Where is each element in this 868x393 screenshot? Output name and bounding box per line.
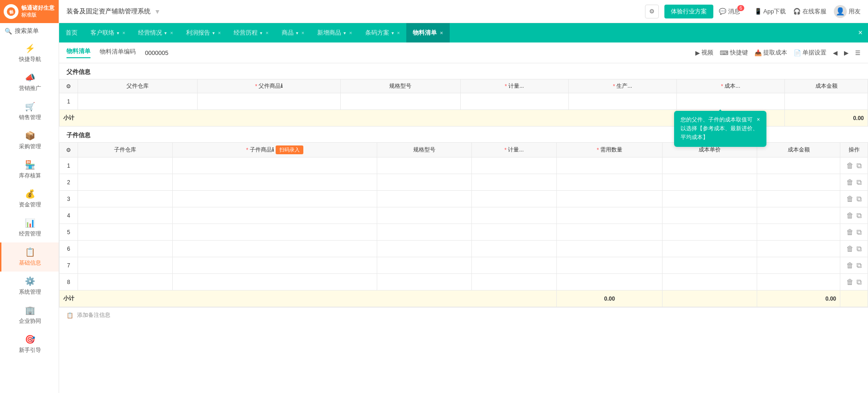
online-service-btn[interactable]: 🎧 在线客服 [793,7,826,16]
child-cell-unit-cost[interactable] [663,274,757,290]
delete-icon[interactable]: 🗑 [846,195,854,203]
child-cell-product[interactable] [172,274,377,290]
child-cell-warehouse[interactable] [78,274,173,290]
copy-icon[interactable]: ⧉ [856,162,862,170]
child-cell-spec[interactable] [377,207,471,224]
tab-customer[interactable]: 客户联络 ▾ × [84,23,132,42]
child-cell-spec[interactable] [377,191,471,207]
child-col-settings[interactable]: ⚙ [60,143,78,157]
copy-icon[interactable]: ⧉ [856,228,862,236]
delete-icon[interactable]: 🗑 [846,228,854,236]
child-cell-warehouse[interactable] [78,207,173,224]
child-cell-unit[interactable] [471,157,557,174]
child-cell-unit[interactable] [471,224,557,241]
child-cell-warehouse[interactable] [78,157,173,174]
user-menu[interactable]: 👤 用友 [834,5,861,18]
delete-icon[interactable]: 🗑 [846,212,854,220]
tab-close-icon[interactable]: × [170,30,173,36]
tab-home[interactable]: 首页 [59,23,84,42]
parent-cell-unit[interactable] [460,93,568,110]
child-cell-warehouse[interactable] [78,224,173,241]
child-cell-product[interactable] [172,174,377,191]
child-cell-cost-amount[interactable] [757,224,840,241]
child-cell-unit[interactable] [471,257,557,274]
child-cell-spec[interactable] [377,174,471,191]
sidebar-item-system[interactable]: ⚙️ 系统管理 [0,272,59,301]
child-cell-qty[interactable] [557,207,663,224]
child-cell-unit-cost[interactable] [663,224,757,241]
tab-close-icon[interactable]: × [301,30,304,36]
app-download-btn[interactable]: 📱 App下载 [754,7,786,16]
tab-product[interactable]: 商品 ▾ × [275,23,311,42]
child-cell-unit-cost[interactable] [663,207,757,224]
sidebar-item-sales[interactable]: 🛒 销售管理 [0,97,59,126]
delete-icon[interactable]: 🗑 [846,278,854,286]
child-cell-unit[interactable] [471,174,557,191]
parent-cell-warehouse[interactable] [78,93,198,110]
tab-close-icon[interactable]: × [218,30,221,36]
sidebar-item-inventory[interactable]: 🏪 库存核算 [0,155,59,184]
grid-view-btn[interactable]: ☰ [855,49,861,56]
sidebar-item-purchase[interactable]: 📦 采购管理 [0,126,59,155]
prev-btn[interactable]: ◀ [833,49,838,56]
parent-cell-cost-amount[interactable] [785,93,868,110]
child-cell-spec[interactable] [377,224,471,241]
child-cell-qty[interactable] [557,174,663,191]
child-cell-unit-cost[interactable] [663,191,757,207]
child-cell-qty[interactable] [557,157,663,174]
child-cell-cost-amount[interactable] [757,274,840,290]
copy-icon[interactable]: ⧉ [856,178,862,187]
extract-cost-btn[interactable]: 📥 提取成本 [754,48,787,57]
child-cell-qty[interactable] [557,274,663,290]
tab-close-icon[interactable]: × [397,30,400,36]
tooltip-close-btn[interactable]: × [757,115,760,124]
copy-icon[interactable]: ⧉ [856,261,862,270]
parent-col-settings[interactable]: ⚙ [60,79,78,93]
delete-icon[interactable]: 🗑 [846,178,854,187]
child-cell-unit-cost[interactable] [663,257,757,274]
tab-close-icon[interactable]: × [440,30,443,36]
shortcut-btn[interactable]: ⌨ 快捷键 [720,48,748,57]
child-cell-product[interactable] [172,241,377,257]
gear-button[interactable]: ⚙ [645,5,659,18]
tab-close-icon[interactable]: × [122,30,125,36]
child-cell-warehouse[interactable] [78,191,173,207]
video-btn[interactable]: ▶ 视频 [695,48,713,57]
single-settings-btn[interactable]: 📄 单据设置 [794,48,826,57]
child-cell-warehouse[interactable] [78,174,173,191]
copy-icon[interactable]: ⧉ [856,245,862,253]
sidebar-item-finance[interactable]: 💰 资金管理 [0,184,59,213]
sub-nav-bom[interactable]: 物料清单 [66,47,90,58]
parent-cell-cost[interactable] [676,93,784,110]
tab-close-icon[interactable]: × [349,30,352,36]
child-cell-cost-amount[interactable] [757,241,840,257]
child-cell-product[interactable] [172,157,377,174]
search-menu[interactable]: 🔍 搜索菜单 [0,23,59,39]
delete-icon[interactable]: 🗑 [846,162,854,170]
scan-btn[interactable]: 扫码录入 [276,145,303,154]
tab-profit[interactable]: 利润报告 ▾ × [180,23,227,42]
child-cell-warehouse[interactable] [78,241,173,257]
child-cell-cost-amount[interactable] [757,157,840,174]
child-cell-unit-cost[interactable] [663,157,757,174]
child-cell-product[interactable] [172,191,377,207]
sidebar-item-basic[interactable]: 📋 基础信息 [0,242,59,272]
child-cell-spec[interactable] [377,157,471,174]
sidebar-item-guide[interactable]: 🎯 新手引导 [0,330,59,359]
child-cell-qty[interactable] [557,241,663,257]
child-cell-spec[interactable] [377,274,471,290]
child-cell-qty[interactable] [557,224,663,241]
child-cell-warehouse[interactable] [78,257,173,274]
child-cell-qty[interactable] [557,191,663,207]
sidebar-item-enterprise[interactable]: 🏢 企业协同 [0,301,59,330]
tab-business[interactable]: 经营情况 ▾ × [132,23,179,42]
child-cell-unit[interactable] [471,241,557,257]
child-cell-unit-cost[interactable] [663,241,757,257]
parent-cell-production[interactable] [568,93,676,110]
parent-cell-product[interactable] [198,93,341,110]
copy-icon[interactable]: ⧉ [856,278,862,286]
child-cell-cost-amount[interactable] [757,191,840,207]
child-cell-unit[interactable] [471,274,557,290]
message-btn[interactable]: 💬 消息6 [719,7,747,16]
delete-icon[interactable]: 🗑 [846,245,854,253]
